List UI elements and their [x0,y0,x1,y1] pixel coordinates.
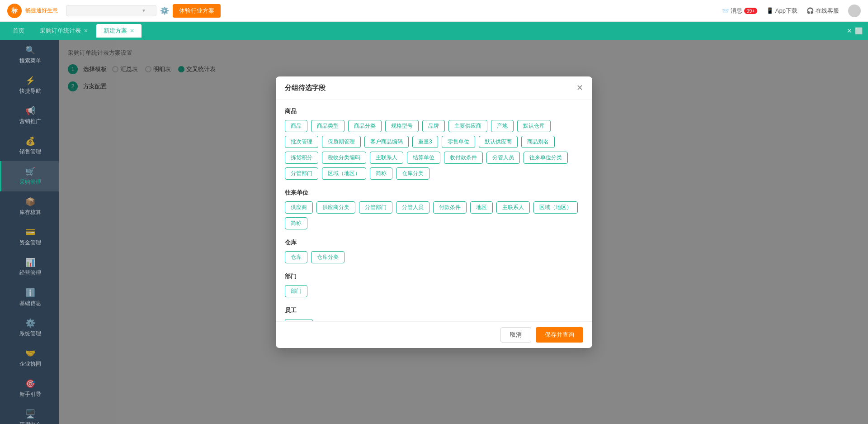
sidebar-item-sales[interactable]: 💰 销售管理 [0,131,59,161]
field-tag-supplier-category[interactable]: 供应商分类 [316,201,355,214]
field-tag-default-supplier[interactable]: 默认供应商 [479,136,518,148]
header-right: 📨 消息 99+ 📱 App下载 🎧 在线客服 [722,5,861,17]
tab-home[interactable]: 首页 [5,24,32,38]
logo-text: 畅捷通好生意 [25,7,58,14]
field-selection-dialog: 分组待选字段 ✕ 商品 商品 商品类型 商品分类 规格型号 品牌 主要供应商 产… [276,76,592,348]
field-tag-settlement-unit[interactable]: 结算单位 [407,152,440,164]
dialog-close-button[interactable]: ✕ [576,84,583,92]
field-tag-main-contact[interactable]: 主联系人 [370,152,403,164]
basic-info-icon: ℹ️ [25,288,35,298]
field-tag-department[interactable]: 部门 [285,285,307,297]
close-new-plan-tab[interactable]: ✕ [130,28,134,34]
field-tag-contact[interactable]: 主联系人 [496,201,530,214]
field-tag-retail-unit[interactable]: 零售单位 [442,136,475,148]
marketing-icon: 📢 [25,106,35,116]
field-tag-region2[interactable]: 区域（地区） [533,201,578,214]
field-tag-responsible-person2[interactable]: 分管人员 [396,201,429,214]
field-tag-pick-points[interactable]: 拣货积分 [285,152,318,164]
guide-icon: 🎯 [25,379,35,389]
sidebar: 🔍 搜索菜单 ⚡ 快捷导航 📢 营销推广 💰 销售管理 🛒 采购管理 📦 库存核… [0,40,59,424]
field-tag-batch-mgmt[interactable]: 批次管理 [285,136,318,148]
section-dept-title: 部门 [285,272,583,281]
field-tag-product-type[interactable]: 商品类型 [311,120,344,132]
sidebar-item-shortcuts[interactable]: ⚡ 快捷导航 [0,70,59,100]
field-tag-payment-terms[interactable]: 收付款条件 [444,152,483,164]
field-tag-abbr2[interactable]: 简称 [285,217,307,229]
product-field-grid: 商品 商品类型 商品分类 规格型号 品牌 主要供应商 产地 默认仓库 批次管理 … [285,120,583,180]
field-tag-alias[interactable]: 商品别名 [521,136,555,148]
dept-field-grid: 部门 [285,285,583,297]
sidebar-item-management[interactable]: 📊 经营管理 [0,252,59,282]
online-service-icon: 🎧 [807,7,814,14]
search-icon: 🔍 [25,45,35,55]
field-tag-dept[interactable]: 分管部门 [359,201,392,214]
field-tag-supplier[interactable]: 供应商 [285,201,313,214]
sidebar-item-purchase[interactable]: 🛒 采购管理 [0,161,59,191]
field-tag-warehouse[interactable]: 仓库 [285,251,307,263]
cancel-button[interactable]: 取消 [500,327,531,343]
field-tag-tax-code[interactable]: 税收分类编码 [322,152,366,164]
sidebar-item-inventory[interactable]: 📦 库存核算 [0,191,59,222]
field-tag-area[interactable]: 地区 [470,201,493,214]
field-tag-expiry-mgmt[interactable]: 保质期管理 [322,136,361,148]
field-tag-payment-cond[interactable]: 付款条件 [433,201,467,214]
sidebar-item-search[interactable]: 🔍 搜索菜单 [0,40,59,70]
field-tag-origin[interactable]: 产地 [491,120,514,132]
message-item[interactable]: 📨 消息 99+ [722,7,757,15]
field-tag-default-warehouse[interactable]: 默认仓库 [517,120,551,132]
dialog-footer: 取消 保存并查询 [276,321,592,348]
sidebar-item-finance[interactable]: 💳 资金管理 [0,222,59,252]
nav-expand-icon[interactable]: ⬜ [855,27,863,34]
avatar[interactable] [848,5,861,17]
sidebar-item-apps[interactable]: 🖥️ 应用中心 [0,404,59,424]
field-tag-responsible-person[interactable]: 分管人员 [486,152,520,164]
section-product-title: 商品 [285,107,583,115]
management-icon: 📊 [25,257,35,267]
field-tag-abbr[interactable]: 简称 [370,167,392,180]
field-tag-warehouse-category[interactable]: 仓库分类 [396,167,429,180]
sidebar-item-marketing[interactable]: 📢 营销推广 [0,100,59,131]
sidebar-item-system[interactable]: ⚙️ 系统管理 [0,313,59,343]
sidebar-item-guide[interactable]: 🎯 新手引导 [0,373,59,404]
field-tag-partner-category[interactable]: 往来单位分类 [524,152,568,164]
logo-icon: 标 [7,4,22,18]
logo-area: 标 畅捷通好生意 [7,4,66,18]
header-settings-icon[interactable]: ⚙️ [160,6,169,15]
field-tag-responsible-dept[interactable]: 分管部门 [285,167,318,180]
app-download-item[interactable]: 📱 App下载 [766,7,797,15]
app-download-icon: 📱 [766,7,774,14]
message-icon: 📨 [722,7,729,14]
close-purchase-stats-tab[interactable]: ✕ [84,28,88,34]
section-product: 商品 商品 商品类型 商品分类 规格型号 品牌 主要供应商 产地 默认仓库 批次… [285,107,583,180]
dropdown-arrow-icon: ▼ [142,8,146,13]
tab-purchase-stats[interactable]: 采购订单统计表 ✕ [33,24,95,38]
search-input[interactable] [71,7,139,14]
dialog-header: 分组待选字段 ✕ [276,76,592,100]
section-staff: 员工 业务员 [285,306,583,321]
search-input-wrap[interactable]: ▼ [66,5,156,16]
sidebar-item-collab[interactable]: 🤝 企业协同 [0,343,59,373]
field-tag-customer-code[interactable]: 客户商品编码 [364,136,409,148]
header-search: ▼ ⚙️ 体验行业方案 [66,4,722,18]
field-tag-brand[interactable]: 品牌 [422,120,445,132]
section-partner: 往来单位 供应商 供应商分类 分管部门 分管人员 付款条件 地区 主联系人 区域… [285,189,583,229]
partner-field-grid: 供应商 供应商分类 分管部门 分管人员 付款条件 地区 主联系人 区域（地区） … [285,201,583,229]
sidebar-item-basic-info[interactable]: ℹ️ 基础信息 [0,282,59,313]
tab-new-plan[interactable]: 新建方案 ✕ [96,24,142,38]
field-tag-region[interactable]: 区域（地区） [322,167,366,180]
field-tag-product-category[interactable]: 商品分类 [348,120,382,132]
online-service-item[interactable]: 🎧 在线客服 [807,7,839,15]
section-partner-title: 往来单位 [285,189,583,197]
section-staff-title: 员工 [285,306,583,314]
field-tag-spec-model[interactable]: 规格型号 [385,120,419,132]
trial-button[interactable]: 体验行业方案 [173,4,221,18]
nav-tab-close-right: ✕ ⬜ [847,27,863,34]
field-tag-weight[interactable]: 重量3 [412,136,438,148]
field-tag-product[interactable]: 商品 [285,120,307,132]
field-tag-main-supplier[interactable]: 主要供应商 [448,120,487,132]
dialog-title: 分组待选字段 [285,84,326,92]
section-warehouse-title: 仓库 [285,238,583,247]
field-tag-wh-category[interactable]: 仓库分类 [311,251,344,263]
nav-minimize-icon[interactable]: ✕ [847,27,852,34]
confirm-button[interactable]: 保存并查询 [536,327,583,343]
